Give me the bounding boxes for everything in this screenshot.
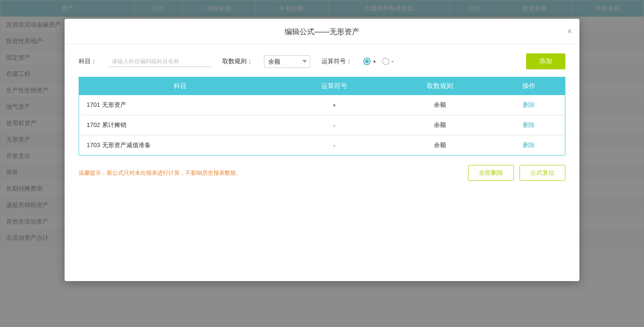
modal-footer: 温馨提示：新公式只对未出报表进行计算，不影响历史报表数据。 全部删除 公式复位 [65,156,579,186]
th-subject: 科目 [79,77,282,96]
operator-label: 运算符号： [322,57,352,66]
table-row: 1702 累计摊销-余额删除 [79,115,565,135]
cell-rule: 余额 [387,115,492,135]
cell-rule: 余额 [387,135,492,156]
delete-row-link[interactable]: 删除 [523,121,535,128]
th-rule: 取数规则 [387,77,492,96]
footer-tip: 温馨提示：新公式只对未出报表进行计算，不影响历史报表数据。 [79,169,242,177]
operator-minus-radio[interactable]: - [382,58,394,65]
formula-table: 科目 运算符号 取数规则 操作 1701 无形资产+余额删除1702 累计摊销-… [79,77,565,156]
table-row: 1703 无形资产减值准备-余额删除 [79,135,565,156]
modal-close-button[interactable]: × [567,27,572,36]
modal-overlay: 编辑公式——无形资产 × 科目： 取数规则： 余额 借方发生额 贷方发生额 期初… [0,0,644,327]
rule-select[interactable]: 余额 借方发生额 贷方发生额 期初余额 [264,55,310,68]
reset-formula-button[interactable]: 公式复位 [520,165,565,181]
table-header-row: 科目 运算符号 取数规则 操作 [79,77,565,96]
modal-title: 编辑公式——无形资产 [285,27,359,37]
delete-all-button[interactable]: 全部删除 [468,165,514,181]
rule-select-wrapper: 余额 借方发生额 贷方发生额 期初余额 [264,55,310,68]
table-row: 1701 无形资产+余额删除 [79,95,565,115]
cell-operator: - [282,135,387,156]
radio-plus-indicator [363,58,371,65]
delete-row-link[interactable]: 删除 [523,141,535,149]
footer-buttons: 全部删除 公式复位 [468,165,565,181]
modal-header: 编辑公式——无形资产 × [65,19,579,44]
cell-subject: 1702 累计摊销 [79,115,282,135]
th-operator: 运算符号 [282,77,387,96]
cell-subject: 1701 无形资产 [79,95,282,115]
cell-operator: - [282,115,387,135]
operator-minus-label: - [391,58,394,65]
th-action: 操作 [492,77,565,96]
operator-radio-group: + - [363,58,394,65]
formula-table-wrapper: 科目 运算符号 取数规则 操作 1701 无形资产+余额删除1702 累计摊销-… [65,77,579,156]
operator-plus-radio[interactable]: + [363,58,376,65]
operator-plus-label: + [373,58,376,65]
cell-subject: 1703 无形资产减值准备 [79,135,282,156]
form-row: 科目： 取数规则： 余额 借方发生额 贷方发生额 期初余额 运算符号： + [65,44,579,77]
cell-operator: + [282,95,387,115]
rule-label: 取数规则： [222,57,253,66]
delete-row-link[interactable]: 删除 [523,101,535,108]
add-button[interactable]: 添加 [526,53,565,69]
subject-input[interactable] [108,56,211,67]
cell-rule: 余额 [387,95,492,115]
subject-label: 科目： [79,57,97,66]
radio-minus-indicator [382,58,389,65]
edit-formula-modal: 编辑公式——无形资产 × 科目： 取数规则： 余额 借方发生额 贷方发生额 期初… [65,19,579,281]
